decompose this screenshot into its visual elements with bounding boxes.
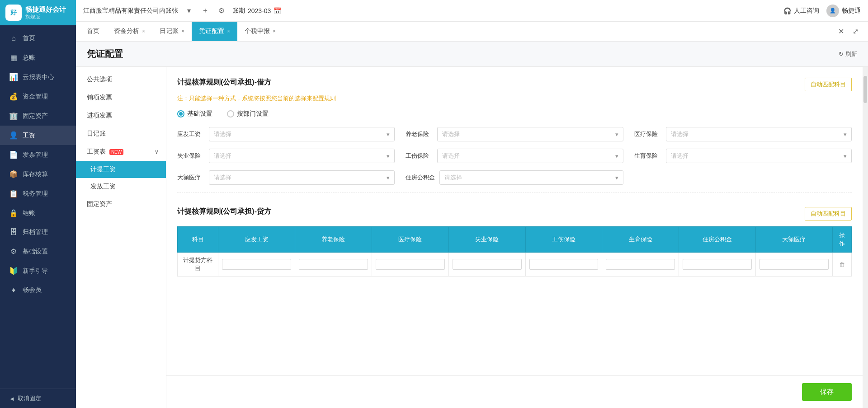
menu-sub-item-accrue[interactable]: 计提工资 [76, 161, 166, 178]
tab-voucher[interactable]: 凭证配置 × [192, 22, 237, 41]
select-medical[interactable]: 请选择 ▾ [666, 127, 852, 141]
sidebar-item-inventory[interactable]: 📦 库存核算 [0, 164, 76, 184]
select-unemployment[interactable]: 请选择 ▾ [209, 149, 395, 163]
period-value: 2023-03 [248, 7, 271, 14]
menu-item-fixed-assets[interactable]: 固定资产 [76, 195, 166, 213]
tab-journal-close[interactable]: × [181, 28, 184, 34]
input-maternity-credit[interactable] [606, 259, 675, 270]
menu-salary-table-label: 工资表 NEW [87, 148, 123, 156]
save-area: 保存 [166, 375, 863, 408]
sidebar-item-settings[interactable]: ⚙ 基础设置 [0, 242, 76, 261]
input-unemployment-credit[interactable] [453, 259, 522, 270]
debit-section: 计提核算规则(公司承担)-借方 自动匹配科目 注：只能选择一种方式，系统将按照您… [177, 78, 852, 192]
sidebar-vip-label: 畅会员 [23, 286, 42, 294]
sidebar-tax-label: 税务管理 [23, 190, 48, 198]
settings-btn[interactable]: ⚙ [216, 5, 227, 16]
close-period-icon: 🔒 [9, 209, 18, 217]
sidebar: 好 畅捷通好会计 旗舰版 ⌂ 首页 ▦ 总账 📊 云报表中心 💰 资金管理 🏢 … [0, 0, 76, 408]
select-housing[interactable]: 请选择 ▾ [439, 170, 623, 185]
input-pension-credit[interactable] [299, 259, 368, 270]
sidebar-item-vip[interactable]: ♦ 畅会员 [0, 281, 76, 300]
input-injury-credit[interactable] [529, 259, 599, 270]
logo-subtitle: 旗舰版 [25, 14, 66, 20]
sidebar-nav: ⌂ 首页 ▦ 总账 📊 云报表中心 💰 资金管理 🏢 固定资产 👤 工资 📄 发… [0, 25, 76, 389]
form-item-maternity: 生育保险 请选择 ▾ [634, 149, 852, 163]
tab-voucher-close[interactable]: × [227, 28, 230, 34]
invoice-icon: 📄 [9, 150, 18, 159]
sidebar-item-ledger[interactable]: ▦ 总账 [0, 48, 76, 67]
menu-journal-label: 日记账 [87, 130, 106, 137]
close-all-btn[interactable]: ✕ [835, 26, 846, 37]
service-btn[interactable]: 🎧 人工咨询 [783, 7, 819, 15]
sidebar-item-assets[interactable]: 🏢 固定资产 [0, 106, 76, 126]
scroll-thumb[interactable] [863, 76, 867, 103]
scroll-track [863, 67, 868, 408]
add-company-btn[interactable]: ＋ [200, 5, 211, 16]
select-large-medical-placeholder: 请选择 [214, 174, 231, 182]
tab-tax-close[interactable]: × [273, 28, 276, 34]
label-pension: 养老保险 [406, 130, 433, 138]
sidebar-item-home[interactable]: ⌂ 首页 [0, 29, 76, 48]
calendar-icon: 📅 [274, 7, 281, 14]
menu-public-label: 公共选项 [87, 75, 112, 83]
unpin-button[interactable]: ◄ 取消固定 [0, 389, 76, 408]
menu-item-sales[interactable]: 销项发票 [76, 89, 166, 107]
topbar-right: 🎧 人工咨询 👤 畅捷通 [783, 5, 861, 17]
period-display: 账期 2023-03 📅 [232, 7, 281, 15]
refresh-icon: ↻ [839, 51, 844, 57]
input-salary-credit[interactable] [222, 259, 291, 270]
input-large-medical-credit[interactable] [760, 259, 829, 270]
sidebar-ledger-label: 总账 [23, 54, 35, 62]
select-large-medical[interactable]: 请选择 ▾ [209, 170, 395, 185]
select-maternity[interactable]: 请选择 ▾ [666, 149, 852, 163]
main-area: 江西服宝精品有限责任公司内账张 ▾ ＋ ⚙ 账期 2023-03 📅 🎧 人工咨… [76, 0, 868, 408]
sidebar-item-close[interactable]: 🔒 结账 [0, 203, 76, 223]
radio-basic[interactable]: 基础设置 [177, 110, 212, 118]
expand-btn[interactable]: ⤢ [850, 26, 861, 37]
col-maternity: 生育保险 [602, 227, 679, 253]
radio-basic-label: 基础设置 [187, 110, 212, 118]
tab-journal[interactable]: 日记账 × [152, 22, 192, 41]
debit-auto-match-btn[interactable]: 自动匹配科目 [805, 78, 852, 91]
refresh-btn[interactable]: ↻ 刷新 [839, 50, 857, 58]
sidebar-item-reports[interactable]: 📊 云报表中心 [0, 67, 76, 87]
sidebar-item-salary[interactable]: 👤 工资 [0, 126, 76, 145]
input-housing-credit[interactable] [683, 259, 752, 270]
table-header-row: 科目 应发工资 养老保险 医疗保险 失业保险 工伤保险 生育保险 住房公积金 大… [178, 227, 852, 253]
debit-section-title: 计提核算规则(公司承担)-借方 [177, 78, 271, 87]
select-salary-arrow: ▾ [387, 131, 390, 138]
col-salary: 应发工资 [218, 227, 295, 253]
col-large-medical: 大额医疗 [756, 227, 833, 253]
tab-tax[interactable]: 个税申报 × [237, 22, 283, 41]
credit-auto-match-btn[interactable]: 自动匹配科目 [805, 207, 852, 220]
menu-item-purchase[interactable]: 进项发票 [76, 107, 166, 125]
col-action: 操作 [832, 227, 851, 253]
tab-funds[interactable]: 资金分析 × [107, 22, 152, 41]
menu-sub-item-pay[interactable]: 发放工资 [76, 178, 166, 195]
company-dropdown-btn[interactable]: ▾ [184, 5, 194, 16]
select-housing-arrow: ▾ [615, 174, 618, 181]
select-salary[interactable]: 请选择 ▾ [209, 127, 395, 141]
tax-icon: 📋 [9, 189, 18, 198]
menu-item-salary-table[interactable]: 工资表 NEW ∨ [76, 143, 166, 161]
period-label: 账期 [232, 7, 245, 15]
user-area[interactable]: 👤 畅捷通 [826, 5, 861, 17]
radio-dept[interactable]: 按部门设置 [227, 110, 269, 118]
sidebar-item-tax[interactable]: 📋 税务管理 [0, 184, 76, 203]
unpin-icon: ◄ [9, 395, 15, 402]
delete-icon[interactable]: 🗑 [839, 261, 845, 268]
menu-item-journal[interactable]: 日记账 [76, 125, 166, 143]
sidebar-item-invoice[interactable]: 📄 发票管理 [0, 145, 76, 164]
sidebar-item-guide[interactable]: 🔰 新手引导 [0, 261, 76, 281]
tab-funds-close[interactable]: × [142, 28, 145, 34]
logo-text-area: 畅捷通好会计 旗舰版 [25, 5, 66, 20]
tab-home[interactable]: 首页 [80, 22, 107, 41]
input-medical-credit[interactable] [376, 259, 445, 270]
menu-item-public[interactable]: 公共选项 [76, 70, 166, 89]
select-injury[interactable]: 请选择 ▾ [437, 149, 623, 163]
label-salary: 应发工资 [177, 130, 204, 138]
sidebar-item-funds[interactable]: 💰 资金管理 [0, 87, 76, 106]
select-pension[interactable]: 请选择 ▾ [437, 127, 623, 141]
sidebar-item-archive[interactable]: 🗄 归档管理 [0, 223, 76, 242]
save-button[interactable]: 保存 [802, 383, 852, 401]
